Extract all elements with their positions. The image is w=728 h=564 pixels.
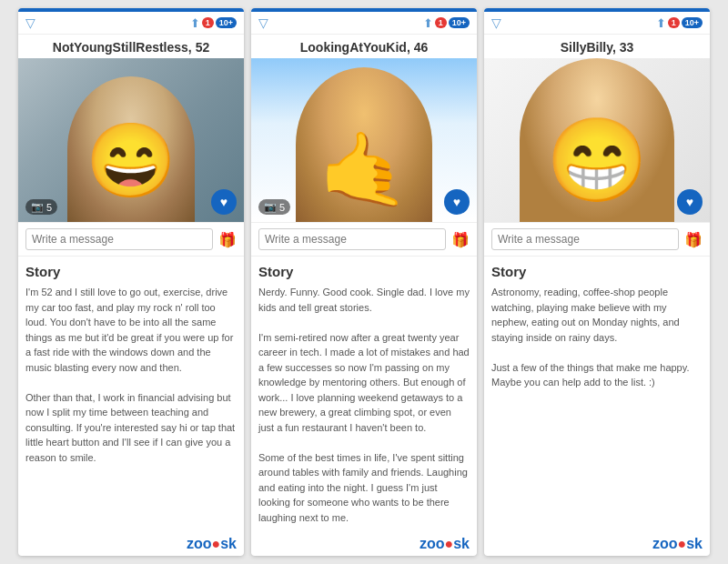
badge-red: 1 (668, 17, 680, 28)
heart-button[interactable]: ♥ (211, 189, 237, 215)
message-row: 🎁 (18, 222, 244, 257)
camera-icon: 📷 (264, 201, 277, 213)
badge-blue: 10+ (216, 17, 237, 28)
card-header: ▽ ⬆ 1 10+ (251, 12, 477, 35)
upload-icon[interactable]: ⬆ (423, 16, 433, 30)
profile-photo[interactable]: 📷 5 ♥ (251, 58, 477, 222)
profile-name: NotYoungStillRestless, 52 (18, 35, 244, 58)
zoosk-dot: ● (212, 536, 221, 551)
notification-bell: ⬆ 1 10+ (190, 16, 237, 30)
gift-button[interactable]: 🎁 (451, 231, 470, 248)
badge-blue: 10+ (682, 17, 703, 28)
card-footer: zoo●sk (484, 532, 710, 556)
message-input[interactable] (491, 228, 679, 250)
profile-card-2: ▽ ⬆ 1 10+ LookingAtYouKid, 46 📷 5 ♥ 🎁 St… (251, 8, 477, 556)
story-section: Story Astronomy, reading, coffee-shop pe… (484, 257, 710, 532)
message-row: 🎁 (251, 222, 477, 257)
upload-icon[interactable]: ⬆ (656, 16, 666, 30)
camera-icon: 📷 (31, 201, 44, 213)
zoosk-logo: zoo●sk (187, 536, 237, 551)
story-section: Story I'm 52 and I still love to go out,… (18, 257, 244, 532)
profile-card-1: ▽ ⬆ 1 10+ NotYoungStillRestless, 52 📷 5 … (18, 8, 244, 556)
notification-bell: ⬆ 1 10+ (656, 16, 703, 30)
profile-card-3: ▽ ⬆ 1 10+ SillyBilly, 33 ♥ 🎁 Story Astro… (484, 8, 710, 556)
profile-photo[interactable]: ♥ (484, 58, 710, 222)
header-right: ⬆ 1 10+ (190, 16, 237, 30)
profile-name: SillyBilly, 33 (484, 35, 710, 58)
badge-red: 1 (202, 17, 214, 28)
gift-button[interactable]: 🎁 (218, 231, 237, 248)
card-footer: zoo●sk (18, 532, 244, 556)
story-text: Astronomy, reading, coffee-shop people w… (491, 285, 703, 390)
photo-count: 📷 5 (258, 199, 290, 215)
story-text: I'm 52 and I still love to go out, exerc… (25, 285, 237, 465)
zoosk-dot: ● (678, 536, 687, 551)
header-right: ⬆ 1 10+ (656, 16, 703, 30)
badge-red: 1 (435, 17, 447, 28)
message-input[interactable] (25, 228, 213, 250)
filter-icon[interactable]: ▽ (258, 15, 268, 30)
heart-button[interactable]: ♥ (677, 189, 703, 215)
card-footer: zoo●sk (251, 532, 477, 556)
badge-blue: 10+ (449, 17, 470, 28)
zoosk-dot: ● (445, 536, 454, 551)
filter-icon[interactable]: ▽ (491, 15, 501, 30)
story-label: Story (491, 264, 703, 279)
cards-container: ▽ ⬆ 1 10+ NotYoungStillRestless, 52 📷 5 … (11, 1, 717, 563)
zoosk-logo: zoo●sk (420, 536, 470, 551)
story-label: Story (25, 264, 237, 279)
profile-photo[interactable]: 📷 5 ♥ (18, 58, 244, 222)
zoosk-logo: zoo●sk (652, 536, 703, 551)
header-right: ⬆ 1 10+ (423, 16, 470, 30)
upload-icon[interactable]: ⬆ (190, 16, 200, 30)
filter-icon[interactable]: ▽ (25, 15, 35, 30)
story-text: Nerdy. Funny. Good cook. Single dad. I l… (258, 285, 470, 525)
heart-button[interactable]: ♥ (444, 189, 470, 215)
photo-count: 📷 5 (25, 199, 57, 215)
card-header: ▽ ⬆ 1 10+ (484, 12, 710, 35)
gift-button[interactable]: 🎁 (684, 231, 703, 248)
story-section: Story Nerdy. Funny. Good cook. Single da… (251, 257, 477, 532)
profile-name: LookingAtYouKid, 46 (251, 35, 477, 58)
card-header: ▽ ⬆ 1 10+ (18, 12, 244, 35)
message-input[interactable] (258, 228, 446, 250)
message-row: 🎁 (484, 222, 710, 257)
story-label: Story (258, 264, 470, 279)
notification-bell: ⬆ 1 10+ (423, 16, 470, 30)
